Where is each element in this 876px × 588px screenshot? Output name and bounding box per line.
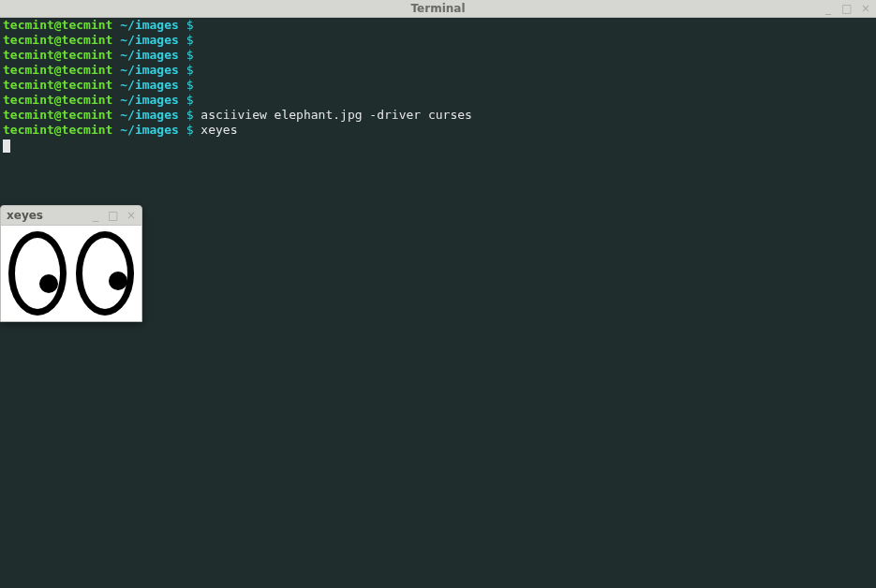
maximize-button[interactable]: □ xyxy=(107,209,120,222)
terminal-line: tecmint@tecmint ~/images $ xyxy=(3,48,873,63)
eye-left-icon xyxy=(7,229,68,317)
svg-point-5 xyxy=(109,272,127,290)
cursor-icon xyxy=(3,140,10,153)
terminal-line: tecmint@tecmint ~/images $ xyxy=(3,33,873,48)
xeyes-title: xeyes xyxy=(7,209,43,222)
minimize-button[interactable]: _ xyxy=(89,209,102,222)
terminal-title: Terminal xyxy=(410,2,465,15)
xeyes-window[interactable]: xeyes _ □ × xyxy=(0,205,142,322)
xeyes-titlebar[interactable]: xeyes _ □ × xyxy=(1,206,141,225)
maximize-button[interactable]: □ xyxy=(840,2,854,15)
terminal-cursor-line xyxy=(3,138,873,153)
terminal-line: tecmint@tecmint ~/images $ xyxy=(3,63,873,78)
xeyes-window-controls: _ □ × xyxy=(89,206,138,225)
terminal-line: tecmint@tecmint ~/images $ xyxy=(3,18,873,33)
terminal-line: tecmint@tecmint ~/images $ xyxy=(3,93,873,108)
close-button[interactable]: × xyxy=(125,209,138,222)
terminal-window-controls: _ □ × xyxy=(822,0,872,17)
eye-right-icon xyxy=(74,229,136,317)
terminal-line: tecmint@tecmint ~/images $ asciiview ele… xyxy=(3,108,873,123)
terminal-titlebar[interactable]: Terminal _ □ × xyxy=(0,0,876,18)
svg-point-1 xyxy=(15,238,60,309)
xeyes-body xyxy=(1,225,141,321)
svg-point-2 xyxy=(39,274,58,293)
terminal-line: tecmint@tecmint ~/images $ xyxy=(3,78,873,93)
close-button[interactable]: × xyxy=(859,2,872,15)
minimize-button[interactable]: _ xyxy=(822,2,835,15)
terminal-line: tecmint@tecmint ~/images $ xeyes xyxy=(3,123,873,138)
